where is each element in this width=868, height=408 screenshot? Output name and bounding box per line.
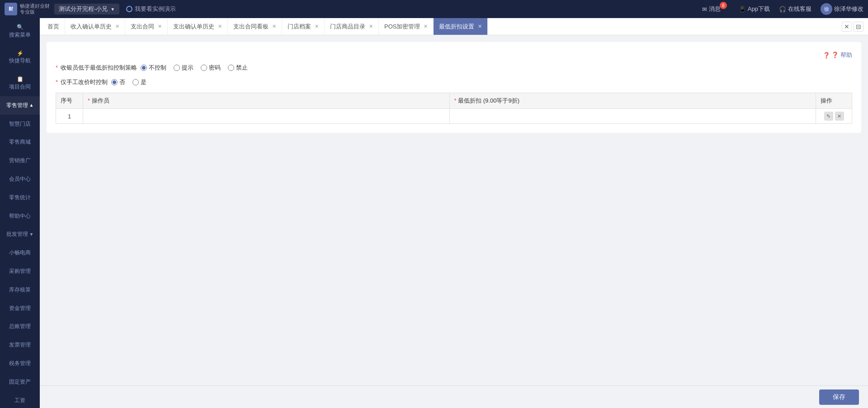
app-download-action[interactable]: 📱 App下载 xyxy=(739,5,770,13)
help-icon: ❓ xyxy=(823,52,830,59)
radio-forbid[interactable]: 禁止 xyxy=(228,64,248,72)
avatar: 徐 xyxy=(821,3,832,15)
logo-text: 畅捷通好业财 专业版 xyxy=(20,3,50,15)
message-badge: 8 xyxy=(720,2,727,9)
cell-min-discount[interactable] xyxy=(449,109,816,124)
top-bar: 财 畅捷通好业财 专业版 测试分开完程-小兄 ▼ 我要看实例演示 ✉ 消息 8 … xyxy=(0,0,868,18)
shortcut-icon: ⚡ xyxy=(17,50,24,57)
sidebar-item-shortcut[interactable]: ⚡ 快捷导航 xyxy=(0,44,40,70)
sidebar-item-help[interactable]: 帮助中心 xyxy=(0,207,40,225)
tab-pos-password[interactable]: POS加密管理 ✕ xyxy=(379,18,434,35)
user-menu[interactable]: 徐 徐泽华修改 xyxy=(821,3,863,15)
sidebar-item-purchase[interactable]: 采购管理 xyxy=(0,262,40,281)
tab-close-payment-contract[interactable]: ✕ xyxy=(158,23,162,29)
sidebar-item-marketing[interactable]: 营销推广 xyxy=(0,151,40,170)
manual-price-radio-group: 否 是 xyxy=(111,78,146,86)
demo-circle-icon xyxy=(126,6,132,12)
top-actions: ✉ 消息 8 📱 App下载 🎧 在线客服 徐 徐泽华修改 xyxy=(702,3,863,15)
manual-price-control-row: * 仅手工改价时控制 否 是 xyxy=(56,78,852,86)
tab-payment-contract[interactable]: 支出合同 ✕ xyxy=(125,18,168,35)
operator-input[interactable] xyxy=(88,113,445,120)
sidebar-item-ecommerce[interactable]: 小畅电商 xyxy=(0,244,40,262)
message-icon: ✉ xyxy=(702,6,707,13)
tab-close-store-goods[interactable]: ✕ xyxy=(369,23,373,29)
control-strategy-radio-group: 不控制 提示 密码 禁止 xyxy=(141,64,248,72)
search-icon: 🔍 xyxy=(17,23,24,31)
form-card: ❓ ❓ 帮助 * 收银员低于最低折扣控制策略 不控制 xyxy=(47,42,861,133)
sidebar-item-member[interactable]: 会员中心 xyxy=(0,170,40,188)
tab-menu-button[interactable]: ⊟ xyxy=(854,22,863,32)
control-strategy-row: * 收银员低于最低折扣控制策略 不控制 提示 xyxy=(56,64,852,72)
tab-bar: 首页 收入确认单历史 ✕ 支出合同 ✕ 支出确认单历史 ✕ 支出合同看板 ✕ 门… xyxy=(40,18,868,35)
project-icon: 📋 xyxy=(17,75,24,83)
demo-link[interactable]: 我要看实例演示 xyxy=(126,5,176,13)
cell-index: 1 xyxy=(56,109,83,124)
project-selector[interactable]: 测试分开完程-小兄 ▼ xyxy=(54,4,119,14)
sidebar-item-capital[interactable]: 资金管理 xyxy=(0,299,40,318)
sidebar: 🔍 搜索菜单 ⚡ 快捷导航 📋 项目合同 零售管理 ▲ 智慧门店 零售商城 营销… xyxy=(0,18,40,408)
tab-close-income-history[interactable]: ✕ xyxy=(115,23,119,29)
tab-close-min-discount[interactable]: ✕ xyxy=(478,23,482,29)
tab-close-store-file[interactable]: ✕ xyxy=(315,23,319,29)
tab-store-goods[interactable]: 门店商品目录 ✕ xyxy=(325,18,379,35)
sidebar-item-wholesale[interactable]: 批发管理 ▼ xyxy=(0,225,40,244)
tab-close-payment-contract-board[interactable]: ✕ xyxy=(272,23,276,29)
tab-close-all-button[interactable]: ✕ xyxy=(842,22,852,32)
download-icon: 📱 xyxy=(739,6,746,13)
sidebar-item-inventory[interactable]: 库存核算 xyxy=(0,281,40,299)
wholesale-arrow-icon: ▼ xyxy=(29,231,34,238)
project-arrow-icon: ▼ xyxy=(110,7,115,12)
sidebar-item-retail-stats[interactable]: 零售统计 xyxy=(0,188,40,207)
sidebar-item-retail-mall[interactable]: 零售商城 xyxy=(0,133,40,151)
sidebar-item-project[interactable]: 📋 项目合同 xyxy=(0,70,40,96)
sidebar-item-invoice[interactable]: 发票管理 xyxy=(0,336,40,354)
sidebar-item-tax[interactable]: 税务管理 xyxy=(0,354,40,373)
content-area: 首页 收入确认单历史 ✕ 支出合同 ✕ 支出确认单历史 ✕ 支出合同看板 ✕ 门… xyxy=(40,18,868,408)
col-header-operator: 操作员 xyxy=(83,93,450,109)
table-row: 1 ✎ ✕ xyxy=(56,109,852,124)
radio-hint[interactable]: 提示 xyxy=(174,64,193,72)
radio-password[interactable]: 密码 xyxy=(201,64,221,72)
sidebar-item-assets[interactable]: 固定资产 xyxy=(0,373,40,391)
radio-yes[interactable]: 是 xyxy=(132,78,146,86)
tab-payment-confirm-history[interactable]: 支出确认单历史 ✕ xyxy=(168,18,228,35)
col-header-index: 序号 xyxy=(56,93,83,109)
retail-arrow-icon: ▲ xyxy=(29,102,34,108)
tab-home[interactable]: 首页 xyxy=(42,18,65,35)
sidebar-item-retail[interactable]: 零售管理 ▲ xyxy=(0,96,40,115)
sidebar-item-smart-store[interactable]: 智慧门店 xyxy=(0,115,40,133)
logo-icon: 财 xyxy=(5,3,17,15)
min-discount-input[interactable] xyxy=(454,113,811,120)
tab-payment-contract-board[interactable]: 支出合同看板 ✕ xyxy=(228,18,282,35)
col-header-actions: 操作 xyxy=(816,93,852,109)
tab-income-history[interactable]: 收入确认单历史 ✕ xyxy=(65,18,125,35)
cell-actions: ✎ ✕ xyxy=(816,109,852,124)
sidebar-item-ledger[interactable]: 总账管理 xyxy=(0,317,40,336)
radio-no[interactable]: 否 xyxy=(111,78,125,86)
bottom-bar: 保存 xyxy=(40,385,868,408)
service-icon: 🎧 xyxy=(779,6,786,13)
radio-no-control[interactable]: 不控制 xyxy=(141,64,166,72)
save-button[interactable]: 保存 xyxy=(819,389,859,405)
discount-table: 序号 操作员 最低折扣 (9.00等于9折) 操作 1 xyxy=(56,93,852,124)
cell-operator[interactable] xyxy=(83,109,450,124)
sidebar-item-salary[interactable]: 工资 xyxy=(0,391,40,408)
online-service-action[interactable]: 🎧 在线客服 xyxy=(779,5,811,13)
manual-price-label: * 仅手工改价时控制 xyxy=(56,78,108,86)
tab-store-file[interactable]: 门店档案 ✕ xyxy=(282,18,325,35)
delete-row-button[interactable]: ✕ xyxy=(835,112,844,121)
tab-min-discount[interactable]: 最低折扣设置 ✕ xyxy=(434,18,488,35)
control-strategy-label: * 收银员低于最低折扣控制策略 xyxy=(56,64,137,72)
main-layout: 🔍 搜索菜单 ⚡ 快捷导航 📋 项目合同 零售管理 ▲ 智慧门店 零售商城 营销… xyxy=(0,18,868,408)
sidebar-item-search[interactable]: 🔍 搜索菜单 xyxy=(0,18,40,44)
row-actions: ✎ ✕ xyxy=(821,112,847,121)
message-action[interactable]: ✉ 消息 8 xyxy=(702,5,730,13)
page-content: ❓ ❓ 帮助 * 收银员低于最低折扣控制策略 不控制 xyxy=(40,35,868,385)
edit-row-button[interactable]: ✎ xyxy=(824,112,833,121)
tab-bar-controls: ✕ ⊟ xyxy=(840,22,866,32)
logo: 财 畅捷通好业财 专业版 xyxy=(5,3,50,15)
help-button[interactable]: ❓ ❓ 帮助 xyxy=(823,51,852,59)
tab-close-pos-password[interactable]: ✕ xyxy=(424,23,428,29)
col-header-min-discount: 最低折扣 (9.00等于9折) xyxy=(449,93,816,109)
tab-close-payment-confirm-history[interactable]: ✕ xyxy=(218,23,222,29)
